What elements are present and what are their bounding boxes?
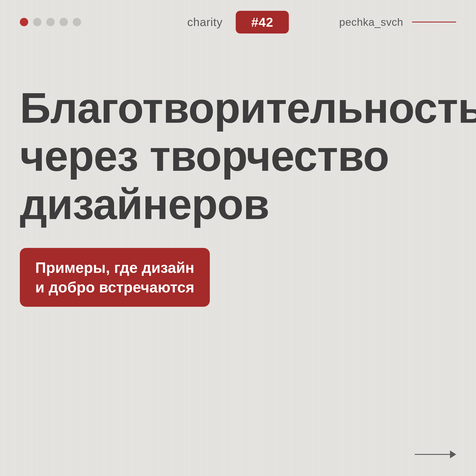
header-episode-badge: #42: [236, 11, 289, 34]
dot-5: [73, 18, 81, 26]
arrow-head-icon: [450, 450, 456, 458]
header-dots: [20, 18, 339, 26]
dot-3: [46, 18, 55, 26]
main-content: Благотворительность через творчество диз…: [20, 84, 456, 307]
dot-active: [20, 18, 28, 26]
subtitle-line-1: Примеры, где дизайн: [35, 259, 194, 276]
header-username-label: pechka_svch: [339, 16, 403, 28]
dot-2: [33, 18, 41, 26]
header-decorative-line: [412, 22, 456, 22]
dot-4: [60, 18, 68, 26]
next-arrow[interactable]: [415, 450, 456, 458]
subtitle-line-2: и добро встречаются: [35, 279, 194, 295]
header-category-label: charity: [187, 16, 222, 29]
header: charity #42 pechka_svch: [0, 0, 476, 44]
subtitle-badge: Примеры, где дизайн и добро встречаются: [20, 248, 210, 307]
header-right: pechka_svch: [339, 16, 456, 28]
page-container: charity #42 pechka_svch Благотворительно…: [0, 0, 476, 476]
header-center: charity #42: [187, 11, 289, 34]
arrow-line: [415, 454, 450, 455]
main-title: Благотворительность через творчество диз…: [20, 84, 456, 228]
